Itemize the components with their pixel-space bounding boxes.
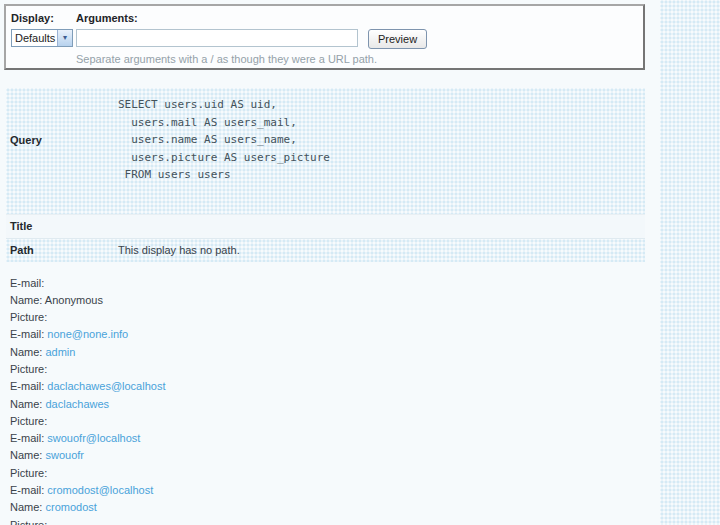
page-background-band [660, 0, 720, 525]
path-row: Path This display has no path. [6, 238, 645, 262]
path-value: This display has no path. [118, 244, 240, 256]
field-picture-label: Picture: [10, 415, 47, 427]
view-info-table: Query SELECT users.uid AS uid, users.mai… [6, 88, 645, 262]
user-name-link[interactable]: admin [45, 346, 75, 358]
user-email-link[interactable]: swouofr@localhost [47, 432, 140, 444]
user-email-link[interactable]: cromodost@localhost [47, 484, 153, 496]
field-name-label: Name: [10, 449, 42, 461]
field-name-label: Name: [10, 501, 42, 513]
field-picture-label: Picture: [10, 311, 47, 323]
field-email-row: E-mail: none@none.info [10, 326, 660, 343]
preview-button[interactable]: Preview [368, 29, 427, 49]
field-picture-row: Picture: [10, 361, 660, 378]
user-name-value: Anonymous [45, 294, 103, 306]
views-preview-page: Display: Defaults ▾ Arguments: Preview S… [0, 0, 660, 525]
display-label: Display: [11, 12, 76, 27]
field-name-label: Name: [10, 346, 42, 358]
display-select-value: Defaults [12, 32, 57, 44]
title-row: Title [6, 214, 645, 238]
field-picture-label: Picture: [10, 467, 47, 479]
user-name-link[interactable]: swouofr [45, 449, 84, 461]
display-select[interactable]: Defaults ▾ [11, 29, 73, 47]
path-label: Path [6, 244, 118, 256]
arguments-hint: Separate arguments with a / as though th… [76, 53, 635, 65]
results-list: E-mail: Name: AnonymousPicture: E-mail: … [10, 275, 660, 525]
title-label: Title [6, 220, 118, 232]
field-name-row: Name: admin [10, 344, 660, 361]
field-email-row: E-mail: cromodost@localhost [10, 482, 660, 499]
user-name-link[interactable]: daclachawes [45, 398, 109, 410]
field-email-label: E-mail: [10, 484, 44, 496]
field-picture-row: Picture: [10, 413, 660, 430]
field-email-label: E-mail: [10, 328, 44, 340]
field-picture-row: Picture: [10, 309, 660, 326]
field-email-label: E-mail: [10, 432, 44, 444]
preview-panel: Display: Defaults ▾ Arguments: Preview S… [4, 4, 645, 70]
field-name-row: Name: daclachawes [10, 396, 660, 413]
field-name-row: Name: swouofr [10, 447, 660, 464]
field-picture-row: Picture: [10, 517, 660, 525]
arguments-label: Arguments: [76, 12, 635, 27]
field-picture-row: Picture: [10, 465, 660, 482]
field-name-row: Name: cromodost [10, 499, 660, 516]
field-email-row: E-mail: [10, 275, 660, 292]
query-sql: SELECT users.uid AS uid, users.mail AS u… [118, 96, 330, 184]
chevron-down-icon: ▾ [57, 30, 72, 46]
query-row: Query SELECT users.uid AS uid, users.mai… [6, 88, 645, 214]
field-picture-label: Picture: [10, 519, 47, 525]
field-picture-label: Picture: [10, 363, 47, 375]
user-name-link[interactable]: cromodost [45, 501, 96, 513]
user-email-link[interactable]: none@none.info [47, 328, 128, 340]
field-email-label: E-mail: [10, 277, 44, 289]
field-email-row: E-mail: swouofr@localhost [10, 430, 660, 447]
field-name-label: Name: [10, 398, 42, 410]
field-email-row: E-mail: daclachawes@localhost [10, 378, 660, 395]
field-name-row: Name: Anonymous [10, 292, 660, 309]
query-label: Query [6, 134, 118, 146]
user-email-link[interactable]: daclachawes@localhost [47, 380, 165, 392]
field-name-label: Name: [10, 294, 42, 306]
arguments-input[interactable] [76, 29, 358, 47]
field-email-label: E-mail: [10, 380, 44, 392]
